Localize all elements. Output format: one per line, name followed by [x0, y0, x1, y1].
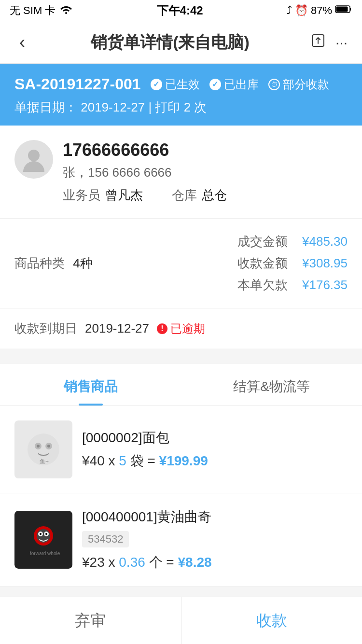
product-image-owl: 鱼+: [14, 420, 72, 478]
status-activated-label: 已生效: [165, 77, 200, 92]
due-date-section: 收款到期日 2019-12-27 ! 已逾期: [0, 308, 362, 356]
svg-rect-1: [336, 7, 348, 12]
collect-amount: ¥308.95: [302, 256, 348, 271]
product-price-cookie: ¥23 x 0.36 个 = ¥8.28: [82, 553, 348, 572]
product-batch-cookie: 534532: [82, 531, 129, 547]
svg-point-12: [37, 529, 50, 543]
check-icon-activated: ✓: [151, 79, 162, 90]
overdue-badge: ! 已逾期: [157, 321, 205, 336]
product-item: 鱼+ [0000002]面包 ¥40 x 5 袋 = ¥199.99: [0, 406, 362, 493]
status-partial: ⏱ 部分收款: [268, 77, 329, 92]
customer-section: 17666666666 张，156 6666 6666 业务员 曾凡杰 仓库 总…: [0, 126, 362, 219]
deal-amount-row: 成交金额 ¥485.30: [237, 233, 348, 250]
clock-icon: ⏱: [268, 79, 280, 90]
customer-name: 17666666666: [63, 140, 348, 160]
status-shipped: ✓ 已出库: [209, 77, 259, 92]
salesperson-value: 曾凡杰: [105, 187, 143, 204]
warehouse-value: 总仓: [202, 187, 227, 204]
reject-button[interactable]: 弃审: [0, 597, 181, 644]
total-bread: ¥199.99: [159, 453, 208, 468]
equals-bread: =: [147, 453, 159, 468]
collect-label: 收款金额: [237, 255, 288, 272]
alarm-icon: ⏰: [295, 4, 308, 17]
category-value: 4种: [73, 256, 92, 270]
salesperson-label: 业务员: [63, 187, 100, 204]
salesperson-meta: 业务员 曾凡杰: [63, 187, 143, 204]
svg-point-16: [45, 533, 47, 535]
status-shipped-label: 已出库: [224, 77, 259, 92]
reject-label: 弃审: [75, 610, 106, 631]
avatar: [14, 140, 53, 179]
status-left: 无 SIM 卡: [10, 3, 73, 18]
product-thumb-bread: 鱼+: [14, 420, 72, 478]
status-right: ⤴ ⏰ 87%: [287, 4, 352, 17]
deal-amount: ¥485.30: [302, 234, 348, 249]
svg-point-3: [28, 150, 40, 161]
tab-sales-products[interactable]: 销售商品: [0, 364, 181, 406]
debt-amount-row: 本单欠款 ¥176.35: [237, 277, 348, 294]
collect-amount-row: 收款金额 ¥308.95: [237, 255, 348, 272]
order-id: SA-20191227-001: [14, 75, 141, 93]
product-price-bread: ¥40 x 5 袋 = ¥199.99: [82, 452, 348, 470]
multiply-icon-bread: x: [109, 453, 119, 468]
check-icon-shipped: ✓: [209, 79, 221, 90]
total-cookie: ¥8.28: [178, 555, 211, 570]
product-tabs: 销售商品 结算&物流等: [0, 364, 362, 406]
debt-amount: ¥176.35: [302, 278, 348, 293]
product-title-bread: 面包: [142, 430, 169, 445]
product-image-dark: forward whole: [14, 511, 72, 569]
due-date-label: 收款到期日: [14, 320, 77, 337]
battery-icon: [335, 4, 352, 17]
svg-text:鱼+: 鱼+: [40, 458, 49, 465]
tab-settlement[interactable]: 结算&物流等: [181, 364, 362, 406]
svg-text:forward whole: forward whole: [30, 551, 60, 556]
collect-button[interactable]: 收款: [181, 597, 362, 644]
unit-price-bread: ¥40: [82, 453, 105, 468]
order-status-row: SA-20191227-001 ✓ 已生效 ✓ 已出库 ⏱ 部分收款: [14, 75, 348, 93]
person-icon: [19, 145, 48, 174]
customer-meta: 业务员 曾凡杰 仓库 总仓: [63, 187, 348, 204]
back-button[interactable]: ‹: [14, 28, 30, 57]
category-info: 商品种类 4种: [14, 255, 93, 272]
svg-point-8: [47, 445, 50, 448]
date-label: 单据日期：: [14, 100, 77, 114]
product-name-bread: [0000002]面包: [82, 429, 348, 447]
product-info-cookie: [000400001]黄油曲奇 534532 ¥23 x 0.36 个 = ¥8…: [82, 508, 348, 572]
share-icon[interactable]: [310, 33, 326, 52]
product-thumb-cookie: forward whole: [14, 511, 72, 569]
product-title-cookie: 黄油曲奇: [157, 509, 211, 524]
print-info: | 打印 2 次: [148, 100, 207, 114]
status-time: 下午4:42: [157, 3, 203, 18]
tab-settlement-label: 结算&物流等: [233, 379, 310, 394]
product-code-cookie: [000400001]: [82, 509, 157, 524]
product-item-cookie: forward whole [000400001]黄油曲奇 534532 ¥23…: [0, 493, 362, 587]
nav-bar: ‹ 销货单详情(来自电脑) ···: [0, 21, 362, 64]
order-header: SA-20191227-001 ✓ 已生效 ✓ 已出库 ⏱ 部分收款 单据日期：…: [0, 64, 362, 126]
product-info-bread: [0000002]面包 ¥40 x 5 袋 = ¥199.99: [82, 429, 348, 470]
battery-text: 87%: [311, 4, 332, 17]
warehouse-label: 仓库: [172, 187, 197, 204]
bottom-action-bar: 弃审 收款: [0, 597, 362, 644]
product-name-cookie: [000400001]黄油曲奇: [82, 508, 348, 526]
equals-cookie: =: [166, 555, 178, 570]
customer-card: 17666666666 张，156 6666 6666 业务员 曾凡杰 仓库 总…: [0, 126, 362, 356]
deal-label: 成交金额: [237, 233, 288, 250]
collect-label: 收款: [256, 610, 287, 631]
svg-point-7: [37, 445, 40, 448]
unit-price-cookie: ¥23: [82, 555, 105, 570]
tab-sales-label: 销售商品: [64, 379, 118, 394]
page-title: 销货单详情(来自电脑): [91, 31, 250, 54]
status-partial-label: 部分收款: [283, 77, 329, 92]
more-icon[interactable]: ···: [335, 34, 348, 51]
date-value: 2019-12-27: [81, 100, 145, 114]
location-icon: ⤴: [287, 4, 292, 17]
customer-phone: 张，156 6666 6666: [63, 164, 348, 181]
amount-info: 成交金额 ¥485.30 收款金额 ¥308.95 本单欠款 ¥176.35: [237, 233, 348, 294]
warehouse-meta: 仓库 总仓: [172, 187, 227, 204]
customer-info: 17666666666 张，156 6666 6666 业务员 曾凡杰 仓库 总…: [63, 140, 348, 204]
overdue-label: 已逾期: [170, 321, 205, 336]
svg-point-15: [40, 533, 42, 535]
category-label: 商品种类: [14, 256, 65, 270]
product-code-bread: [0000002]: [82, 430, 142, 445]
wifi-icon: [59, 4, 73, 17]
